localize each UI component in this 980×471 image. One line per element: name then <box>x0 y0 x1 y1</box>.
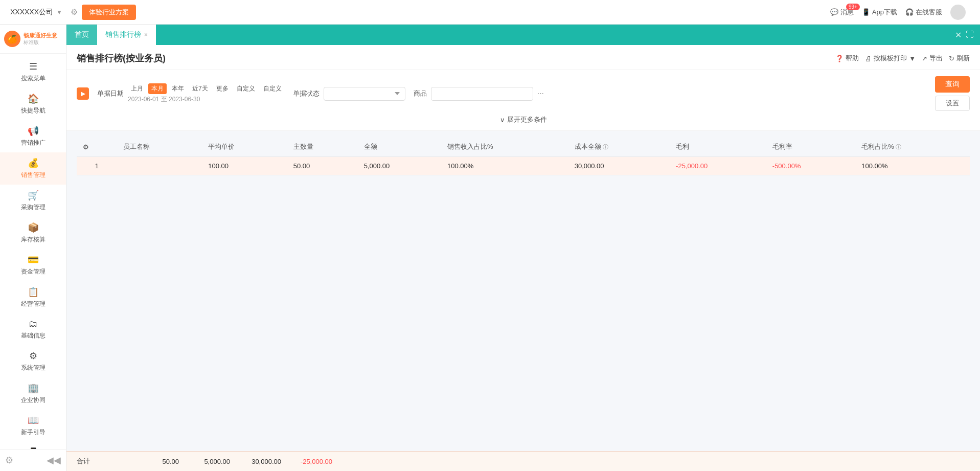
cell-revenue-pct: 100.00% <box>441 157 568 175</box>
status-select[interactable]: 全部 待审核 已审核 已作废 <box>324 87 405 101</box>
filter-area: ▶ 单据日期 上月 本月 本年 近7天 更多 自定义 <box>66 70 980 131</box>
system-icon: ⚙ <box>29 350 37 362</box>
cell-profit-pct: 100.00% <box>855 157 970 175</box>
tab-active-label: 销售排行榜 <box>105 30 141 39</box>
ranking-table: ⚙ 员工名称 平均单价 主数量 全额 销售收入占比% 成本全额 ⓘ 毛利 毛利率… <box>77 137 970 175</box>
page-content: 销售排行榜(按业务员) ❓ 帮助 🖨 按模板打印 ▼ ↗ 导出 <box>66 45 980 471</box>
date-shortcut-this-year[interactable]: 近7天 <box>189 83 211 94</box>
date-shortcut-last-month[interactable]: 上月 <box>128 83 146 94</box>
tab-maximize-button[interactable]: ⛶ <box>966 30 974 39</box>
date-range-display: 2023-06-01 至 2023-06-30 <box>128 95 285 104</box>
company-selector[interactable]: XXXXXX公司 ▼ <box>6 6 66 19</box>
col-profit-rate: 毛利率 <box>766 137 855 157</box>
headset-icon: 🎧 <box>905 8 914 16</box>
inventory-icon: 📦 <box>28 222 39 233</box>
filter-expand-arrow[interactable]: ▶ <box>77 87 89 100</box>
sidebar-item-basic-info[interactable]: 🗂 基础信息 <box>0 313 66 345</box>
cost-info-icon[interactable]: ⓘ <box>603 144 608 150</box>
date-shortcut-more[interactable]: 自定义 <box>234 83 258 94</box>
page-title: 销售排行榜(按业务员) <box>77 52 166 64</box>
sidebar-footer: ⚙ ◀◀ <box>0 449 66 471</box>
sidebar-label-enterprise: 企业协同 <box>21 396 45 405</box>
date-shortcut-custom[interactable]: 自定义 <box>260 83 285 94</box>
goods-more-icon[interactable]: ··· <box>537 89 544 98</box>
table-row: 1 100.00 50.00 5,000.00 100.00% 30,000.0… <box>77 157 970 175</box>
sidebar-label-finance: 资金管理 <box>21 267 45 276</box>
expand-more-button[interactable]: ∨ 展开更多条件 <box>500 115 547 124</box>
finance-icon: 💳 <box>28 254 39 265</box>
refresh-icon: ↻ <box>949 55 954 62</box>
app-download-button[interactable]: 📱 App下载 <box>862 8 897 17</box>
date-filter-label: 单据日期 <box>97 89 124 98</box>
export-button[interactable]: ↗ 导出 <box>922 54 943 63</box>
tab-close-window-button[interactable]: ✕ <box>955 30 962 40</box>
enterprise-icon: 🏢 <box>28 383 39 394</box>
logo-area: 🍊 畅康通好生意 标准版 <box>0 25 66 54</box>
operations-icon: 📋 <box>28 286 39 298</box>
sidebar-item-system[interactable]: ⚙ 系统管理 <box>0 345 66 377</box>
sidebar-item-enterprise[interactable]: 🏢 企业协同 <box>0 377 66 410</box>
page-actions: ❓ 帮助 🖨 按模板打印 ▼ ↗ 导出 ↻ 刷新 <box>835 54 970 63</box>
date-shortcut-7days[interactable]: 更多 <box>213 83 232 94</box>
sidebar-item-quick-nav[interactable]: 🏠 快捷导航 <box>0 88 66 120</box>
sidebar-item-search-orders[interactable]: ☰ 搜索菜单 <box>0 56 66 88</box>
col-revenue-pct: 销售收入占比% <box>441 137 568 157</box>
footer-label: 合计 <box>77 457 128 466</box>
cell-name <box>117 157 202 175</box>
profit-pct-info-icon[interactable]: ⓘ <box>896 144 901 150</box>
footer-amount: 5,000.00 <box>189 458 230 465</box>
avatar[interactable] <box>950 5 966 20</box>
settings-button[interactable]: 设置 <box>935 96 970 111</box>
export-icon: ↗ <box>922 55 927 62</box>
footer-profit: -25,000.00 <box>291 458 332 465</box>
goods-filter-group: 商品 ··· <box>414 87 544 101</box>
sidebar-item-sales[interactable]: 💰 销售管理 <box>0 152 66 185</box>
sidebar-label-operations: 经营管理 <box>21 300 45 308</box>
goods-input[interactable] <box>431 87 533 101</box>
sales-icon: 💰 <box>28 158 39 169</box>
settings-icon[interactable]: ⚙ <box>71 7 78 17</box>
tab-home[interactable]: 首页 <box>66 25 97 45</box>
sidebar-item-inventory[interactable]: 📦 库存核算 <box>0 217 66 249</box>
col-cost: 成本全额 ⓘ <box>568 137 670 157</box>
refresh-button[interactable]: ↻ 刷新 <box>949 54 970 63</box>
sidebar-item-beginner[interactable]: 📖 新手引导 <box>0 410 66 442</box>
footer-cost: 30,000.00 <box>240 458 281 465</box>
nav-items: ☰ 搜索菜单 🏠 快捷导航 📢 营销推广 💰 销售管理 🛒 采购管理 📦 <box>0 54 66 449</box>
sidebar-item-operations[interactable]: 📋 经营管理 <box>0 281 66 313</box>
cell-profit: -25,000.00 <box>670 157 766 175</box>
expand-icon: ∨ <box>500 116 505 124</box>
tab-sales-ranking[interactable]: 销售排行榜 × <box>97 25 156 45</box>
print-button[interactable]: 🖨 按模板打印 ▼ <box>865 54 916 63</box>
notification-badge: 99+ <box>846 4 860 10</box>
query-button[interactable]: 查询 <box>935 76 970 93</box>
sidebar-label-system: 系统管理 <box>21 364 45 372</box>
col-profit: 毛利 <box>670 137 766 157</box>
sidebar-item-purchase[interactable]: 🛒 采购管理 <box>0 185 66 217</box>
tab-close-icon[interactable]: × <box>144 31 148 38</box>
trial-button[interactable]: 体验行业方案 <box>82 5 136 20</box>
help-link[interactable]: ❓ 帮助 <box>835 54 859 63</box>
print-label: 按模板打印 <box>874 54 907 63</box>
notification-button[interactable]: 💬 消息 99+ <box>830 8 854 17</box>
app-download-label: App下载 <box>872 8 897 17</box>
tab-right-actions: ✕ ⛶ <box>955 30 980 40</box>
col-qty: 主数量 <box>287 137 358 157</box>
logo-sub: 标准版 <box>24 39 57 46</box>
tab-bar: 首页 销售排行榜 × ✕ ⛶ <box>66 25 980 45</box>
sidebar-settings-icon[interactable]: ⚙ <box>5 455 13 466</box>
sidebar-item-finance[interactable]: 💳 资金管理 <box>0 249 66 281</box>
sidebar-label-purchase: 采购管理 <box>21 203 45 212</box>
sidebar-item-app-center[interactable]: 📱 应用中心 <box>0 442 66 449</box>
chevron-down-icon: ▼ <box>56 9 62 16</box>
date-shortcut-active[interactable]: 本年 <box>169 83 187 94</box>
sidebar-item-marketing[interactable]: 📢 营销推广 <box>0 120 66 152</box>
sidebar-collapse-icon[interactable]: ◀◀ <box>47 455 61 466</box>
online-service-button[interactable]: 🎧 在线客服 <box>905 8 942 17</box>
sidebar: 🍊 畅康通好生意 标准版 ☰ 搜索菜单 🏠 快捷导航 📢 营销推广 💰 <box>0 25 66 471</box>
beginner-icon: 📖 <box>28 415 39 426</box>
date-shortcut-this-month[interactable]: 本月 <box>148 83 167 94</box>
sidebar-label-quick-nav: 快捷导航 <box>21 106 45 115</box>
cell-qty: 50.00 <box>287 157 358 175</box>
print-chevron-icon: ▼ <box>909 55 916 62</box>
